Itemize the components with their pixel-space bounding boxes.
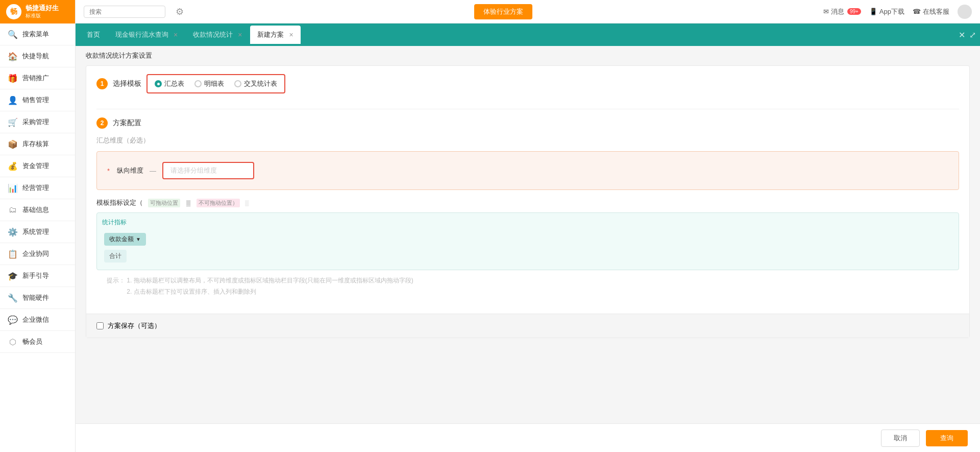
tip-2: 2. 点击标题栏下拉可设置排序、插入列和删除列 [107,287,949,298]
page-title: 收款情况统计方案设置 [76,46,980,65]
metric-main-tag[interactable]: 收款金额 ▼ [104,233,146,246]
download-label: App下载 [879,7,904,16]
gear-icon: ⚙️ [8,227,17,236]
tab-new-plan-label: 新建方案 [257,30,284,39]
logo-icon: 畅 [6,4,21,19]
sidebar-item-member[interactable]: ⬡ 畅会员 [0,331,75,353]
movable-tag: 可拖动位置 [148,199,180,207]
message-badge: 99+ [847,8,861,15]
arrow-indicator: — [150,167,156,175]
member-icon: ⬡ [8,337,17,346]
sidebar-item-finance[interactable]: 💰 资金管理 [0,155,75,177]
metrics-label-prefix: 模板指标设定（ [96,198,143,207]
sidebar-item-label: 库存核算 [22,139,49,149]
tab-new-plan[interactable]: 新建方案 × [250,26,300,44]
step2-title: 方案配置 [113,118,141,128]
chart-icon: 📊 [8,183,17,193]
tab-receipt[interactable]: 收款情况统计 × [186,26,249,44]
sidebar-item-label: 搜索菜单 [22,30,49,39]
metrics-container: 统计指标 收款金额 ▼ 合计 [96,212,959,270]
sidebar-item-guide[interactable]: 🎓 新手引导 [0,265,75,287]
avatar[interactable] [958,5,972,19]
sidebar-item-collab[interactable]: 📋 企业协同 [0,243,75,265]
sidebar-item-label: 企业微信 [22,315,49,324]
sidebar: 畅 畅捷通好生 标准版 🔍 搜索菜单 🏠 快捷导航 🎁 营销推广 👤 销售管理 … [0,0,76,452]
query-button[interactable]: 查询 [926,430,968,446]
sidebar-item-label: 基础信息 [22,205,49,215]
radio-summary-circle [155,80,162,87]
tab-home[interactable]: 首页 [80,26,107,44]
radio-summary[interactable]: 汇总表 [155,79,184,88]
settings-icon[interactable]: ⚙ [176,6,184,17]
message-btn[interactable]: ✉ 消息 99+ [823,7,861,16]
dimension-area: * 纵向维度 — 请选择分组维度 [96,151,959,190]
maximize-icon[interactable]: ⤢ [969,30,976,40]
tab-receipt-close[interactable]: × [238,31,242,39]
box-icon: 📦 [8,139,17,149]
step1-section: 1 选择模板 汇总表 明细表 交叉统计表 [86,66,969,109]
logo-text: 畅捷通好生 [26,4,59,12]
metrics-tags: 收款金额 ▼ 合计 [102,231,953,265]
radio-cross[interactable]: 交叉统计表 [234,79,277,88]
sidebar-item-system[interactable]: ⚙️ 系统管理 [0,221,75,243]
save-section: 方案保存（可选） [86,314,969,338]
tab-bank-close[interactable]: × [174,31,178,39]
required-indicator: * [107,167,110,175]
sidebar-item-nav[interactable]: 🏠 快捷导航 [0,45,75,67]
sidebar-item-sales[interactable]: 👤 销售管理 [0,89,75,111]
metric-sub-tag[interactable]: 合计 [104,250,127,263]
dropdown-icon: ▼ [136,236,141,242]
sidebar-item-management[interactable]: 📊 经营管理 [0,177,75,199]
step2-section: 2 方案配置 汇总维度（必选） * 纵向维度 — 请选择分组维度 [86,109,969,314]
step2-badge: 2 [96,117,108,129]
template-radio-group: 汇总表 明细表 交叉统计表 [146,74,285,93]
sidebar-item-label: 营销推广 [22,74,49,83]
sidebar-item-inventory[interactable]: 📦 库存核算 [0,133,75,155]
sidebar-item-label: 系统管理 [22,227,49,236]
sidebar-item-label: 资金管理 [22,161,49,171]
sidebar-item-label: 经营管理 [22,183,49,193]
topbar: ⚙ 体验行业方案 ✉ 消息 99+ 📱 App下载 ☎ 在线客服 [76,0,980,23]
stats-title: 统计指标 [102,218,953,227]
tabbar-actions: ✕ ⤢ [959,30,976,40]
tab-new-plan-close[interactable]: × [289,31,293,39]
service-btn[interactable]: ☎ 在线客服 [913,7,949,16]
download-icon: 📱 [869,8,877,15]
tab-bank[interactable]: 现金银行流水查询 × [108,26,185,44]
save-checkbox[interactable] [96,322,104,329]
sidebar-item-marketing[interactable]: 🎁 营销推广 [0,67,75,89]
sidebar-item-label: 采购管理 [22,117,49,127]
download-btn[interactable]: 📱 App下载 [869,7,904,16]
trial-button[interactable]: 体验行业方案 [474,4,532,19]
metrics-indicator: ▒ [245,200,249,206]
radio-detail-label: 明细表 [204,79,224,88]
service-icon: ☎ [913,8,921,15]
dimension-select[interactable]: 请选择分组维度 [162,162,254,179]
sidebar-item-label: 销售管理 [22,96,49,105]
search-input[interactable] [84,6,165,18]
sidebar-item-purchase[interactable]: 🛒 采购管理 [0,111,75,133]
metrics-label: 模板指标设定（ 可拖动位置 ▓ 不可拖动位置） ▒ [96,198,959,207]
sidebar-item-hardware[interactable]: 🔧 智能硬件 [0,287,75,309]
topbar-right: ✉ 消息 99+ 📱 App下载 ☎ 在线客服 [823,5,972,19]
sidebar-item-basic[interactable]: 🗂 基础信息 [0,199,75,221]
radio-detail[interactable]: 明细表 [194,79,224,88]
sidebar-item-wechat[interactable]: 💬 企业微信 [0,309,75,331]
dimension-label-text: 汇总维度（必选） [96,136,150,144]
search-icon: 🔍 [8,30,17,39]
message-label: 消息 [831,7,844,16]
tab-receipt-label: 收款情况统计 [193,30,233,39]
sidebar-logo: 畅 畅捷通好生 标准版 [0,0,75,23]
vertical-dimension-label: 纵向维度 [117,166,143,175]
sidebar-item-label: 智能硬件 [22,293,49,302]
sidebar-item-search[interactable]: 🔍 搜索菜单 [0,23,75,45]
sidebar-item-label: 新手引导 [22,271,49,280]
close-window-icon[interactable]: ✕ [959,30,965,40]
cancel-button[interactable]: 取消 [881,430,920,447]
save-label: 方案保存（可选） [108,321,161,330]
dimension-placeholder: 请选择分组维度 [170,166,217,175]
guide-icon: 🎓 [8,271,17,280]
money-icon: 💰 [8,161,17,171]
logo-sub: 标准版 [26,12,59,19]
tab-bank-label: 现金银行流水查询 [115,30,168,39]
